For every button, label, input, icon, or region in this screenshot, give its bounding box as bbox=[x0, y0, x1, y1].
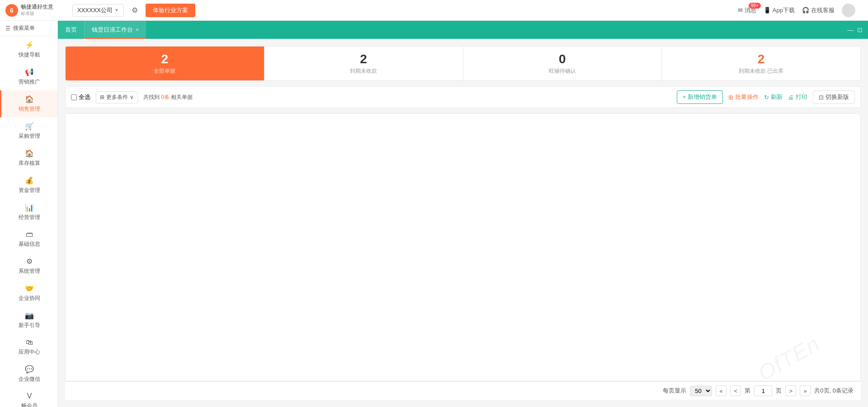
download-icon: 📱 bbox=[764, 7, 771, 14]
sidebar-item-guide[interactable]: 📷 新手引导 bbox=[0, 307, 57, 334]
top-header: 6 畅捷通好生意 标准版 XXXXXX公司 ▼ ⚙ 体验行业方案 ✉ 消息 99… bbox=[0, 0, 868, 21]
content-area: 首页 钱货日清工作台 × — ⊡ 2 全部单据 2 到期未收款 bbox=[58, 21, 868, 407]
guide-icon: 📷 bbox=[25, 311, 34, 320]
stat-count-all: 2 bbox=[161, 52, 169, 66]
batch-operation-button[interactable]: ⊞ 批量操作 bbox=[728, 93, 759, 101]
message-action[interactable]: ✉ 消息 99+ bbox=[738, 6, 756, 14]
found-suffix: 相关单据 bbox=[171, 94, 193, 100]
online-service-label: 在线客服 bbox=[811, 6, 835, 14]
sidebar-item-marketing[interactable]: 📢 营销推广 bbox=[0, 63, 57, 90]
stat-card-overdue-shipped[interactable]: 2 到期未收款 已出库 bbox=[662, 47, 860, 80]
sidebar: ☰ 搜索菜单 ⚡ 快捷导航 📢 营销推广 🏠 销售管理 🛒 采购管理 🏠 库存核… bbox=[0, 21, 58, 407]
print-button[interactable]: 🖨 打印 bbox=[788, 93, 807, 101]
appstore-label: 应用中心 bbox=[19, 348, 40, 356]
switch-version-button[interactable]: ⊡ 切换新版 bbox=[813, 90, 855, 104]
purchase-label: 采购管理 bbox=[19, 132, 40, 140]
logo-area: 6 畅捷通好生意 标准版 bbox=[5, 4, 63, 17]
finance-label: 资金管理 bbox=[19, 187, 40, 194]
sidebar-item-operations[interactable]: 📊 经营管理 bbox=[0, 199, 57, 226]
company-selector[interactable]: XXXXXX公司 ▼ bbox=[72, 4, 124, 17]
page-number-input[interactable] bbox=[754, 385, 772, 396]
online-service-action[interactable]: 🎧 在线客服 bbox=[802, 6, 835, 14]
basic-info-label: 基础信息 bbox=[19, 240, 40, 248]
sidebar-search[interactable]: ☰ 搜索菜单 bbox=[0, 21, 57, 36]
tab-spacer bbox=[146, 21, 842, 39]
switch-icon: ⊡ bbox=[819, 94, 824, 101]
filter-label: 更多条件 bbox=[106, 94, 128, 101]
select-all-label: 全选 bbox=[79, 93, 90, 101]
print-icon: 🖨 bbox=[788, 94, 794, 101]
select-all-input[interactable] bbox=[71, 94, 77, 100]
tab-current-label: 钱货日清工作台 bbox=[92, 26, 133, 34]
page-last-button[interactable]: » bbox=[800, 385, 811, 396]
app-download-action[interactable]: 📱 App下载 bbox=[764, 6, 795, 14]
filter-button[interactable]: ⊞ 更多条件 ∨ bbox=[96, 91, 138, 103]
sidebar-item-wechat[interactable]: 💬 企业微信 bbox=[0, 360, 57, 388]
sidebar-item-finance[interactable]: 💰 资金管理 bbox=[0, 172, 57, 199]
marketing-label: 营销推广 bbox=[19, 78, 40, 86]
stat-label-pending: 旺辅待确认 bbox=[549, 67, 576, 75]
sidebar-item-system[interactable]: ⚙ 系统管理 bbox=[0, 253, 57, 280]
app-download-label: App下载 bbox=[773, 6, 795, 14]
sales-icon: 🏠 bbox=[25, 95, 34, 103]
sidebar-item-appstore[interactable]: 🛍 应用中心 bbox=[0, 334, 57, 360]
sidebar-item-quick-nav[interactable]: ⚡ 快捷导航 bbox=[0, 36, 57, 63]
stat-label-overdue: 到期未收款 bbox=[350, 67, 377, 75]
user-avatar[interactable] bbox=[842, 4, 855, 17]
refresh-button[interactable]: ↻ 刷新 bbox=[764, 93, 783, 101]
basic-info-icon: 🗃 bbox=[26, 230, 33, 239]
member-label: 畅会员 bbox=[21, 402, 38, 407]
tab-bar: 首页 钱货日清工作台 × — ⊡ bbox=[58, 21, 868, 39]
pagination: 每页显示 50 « < 第 页 > » 共0页, 0条记录 bbox=[65, 381, 861, 400]
inventory-icon: 🏠 bbox=[25, 149, 34, 158]
new-order-button[interactable]: + 新增销货单 bbox=[677, 90, 723, 104]
sidebar-item-basic-info[interactable]: 🗃 基础信息 bbox=[0, 226, 57, 253]
page-next-button[interactable]: > bbox=[785, 385, 796, 396]
tab-close-button[interactable]: × bbox=[136, 27, 139, 33]
tab-current[interactable]: 钱货日清工作台 × bbox=[84, 21, 146, 39]
toolbar-right: + 新增销货单 ⊞ 批量操作 ↻ 刷新 🖨 打印 ⊡ bbox=[677, 90, 855, 104]
header-center: XXXXXX公司 ▼ ⚙ 体验行业方案 bbox=[63, 3, 738, 18]
stat-card-all[interactable]: 2 全部单据 bbox=[66, 47, 264, 80]
guide-label: 新手引导 bbox=[19, 322, 40, 329]
tab-controls: — ⊡ bbox=[842, 21, 868, 39]
service-icon: 🎧 bbox=[802, 7, 809, 14]
filter-icon: ⊞ bbox=[100, 94, 104, 100]
app-logo-icon: 6 bbox=[5, 4, 18, 17]
settings-button[interactable]: ⚙ bbox=[127, 3, 142, 18]
marketing-icon: 📢 bbox=[25, 68, 34, 76]
finance-icon: 💰 bbox=[25, 176, 34, 185]
stat-label-overdue-shipped: 到期未收款 已出库 bbox=[739, 67, 783, 75]
stat-card-overdue[interactable]: 2 到期未收款 bbox=[264, 47, 463, 80]
collab-icon: 🤝 bbox=[25, 284, 34, 293]
app-badge: 标准版 bbox=[21, 10, 53, 17]
sidebar-item-collab[interactable]: 🤝 企业协同 bbox=[0, 280, 57, 307]
appstore-icon: 🛍 bbox=[26, 338, 33, 346]
per-page-select[interactable]: 50 bbox=[690, 386, 712, 396]
sidebar-item-inventory[interactable]: 🏠 库存核算 bbox=[0, 145, 57, 172]
search-label: 搜索菜单 bbox=[13, 24, 35, 32]
main-layout: ☰ 搜索菜单 ⚡ 快捷导航 📢 营销推广 🏠 销售管理 🛒 采购管理 🏠 库存核… bbox=[0, 21, 868, 407]
sidebar-item-purchase[interactable]: 🛒 采购管理 bbox=[0, 117, 57, 145]
page-prev-button[interactable]: < bbox=[730, 385, 741, 396]
purchase-icon: 🛒 bbox=[25, 122, 34, 131]
app-name: 畅捷通好生意 bbox=[21, 4, 53, 11]
found-info: 共找到 0条 相关单据 bbox=[143, 94, 193, 101]
sidebar-item-member[interactable]: V 畅会员 bbox=[0, 388, 57, 407]
found-count: 0条 bbox=[161, 94, 170, 100]
stat-count-overdue: 2 bbox=[360, 52, 367, 66]
wechat-label: 企业微信 bbox=[19, 375, 40, 383]
tab-minimize-button[interactable]: — bbox=[847, 26, 854, 33]
stats-row: 2 全部单据 2 到期未收款 0 旺辅待确认 2 到期未收款 已出库 bbox=[65, 46, 861, 81]
stat-card-pending[interactable]: 0 旺辅待确认 bbox=[463, 47, 662, 80]
select-all-checkbox[interactable]: 全选 bbox=[71, 93, 90, 101]
logo-text-area: 畅捷通好生意 标准版 bbox=[21, 4, 53, 17]
page-first-button[interactable]: « bbox=[716, 385, 726, 396]
tab-expand-button[interactable]: ⊡ bbox=[857, 26, 863, 33]
trial-button[interactable]: 体验行业方案 bbox=[146, 4, 195, 17]
found-prefix: 共找到 bbox=[143, 94, 160, 100]
switch-label: 切换新版 bbox=[826, 93, 849, 101]
sidebar-item-sales[interactable]: 🏠 销售管理 bbox=[0, 90, 57, 117]
wechat-icon: 💬 bbox=[25, 365, 34, 374]
tab-home[interactable]: 首页 bbox=[58, 21, 84, 39]
